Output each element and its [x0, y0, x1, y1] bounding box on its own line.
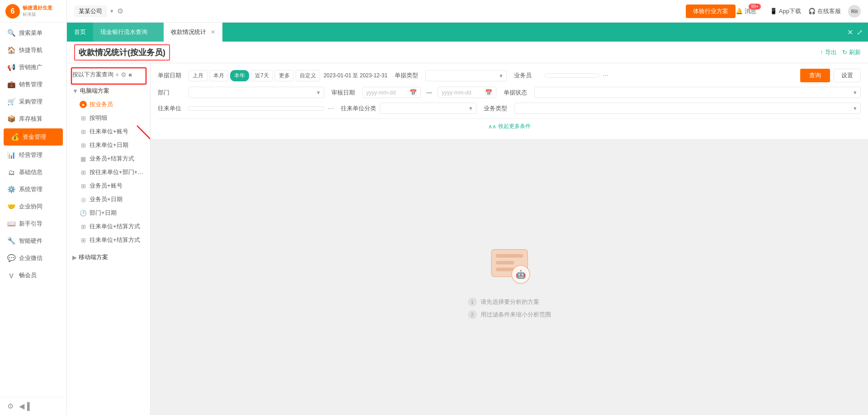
scheme-item-salesman-settlement[interactable]: ▦ 业务员+结算方式: [67, 152, 150, 165]
tab-home[interactable]: 首页: [67, 23, 93, 42]
collapse-label: 收起更多条件: [498, 123, 531, 130]
headset-icon: 🎧: [808, 8, 816, 14]
hardware-icon: 🔧: [7, 237, 15, 245]
home-icon: 🏠: [7, 46, 15, 54]
section-collapse-arrow: ▶: [72, 254, 77, 261]
filter-biz-type-select[interactable]: ▾: [514, 103, 861, 114]
date-btn-last-month[interactable]: 上月: [189, 70, 208, 81]
date-btn-this-month[interactable]: 本月: [209, 70, 228, 81]
sidebar-item-label: 快捷导航: [19, 46, 42, 54]
scheme-item-dept-date[interactable]: 🕐 部门+日期: [67, 206, 150, 220]
scheme-add-icon[interactable]: +: [115, 71, 119, 78]
scheme-item-partner-date[interactable]: ⊞ 往来单位+日期: [67, 138, 150, 152]
scheme-item-salesman-account[interactable]: ⊞ 业务员+账号: [67, 179, 150, 193]
date-btn-7days[interactable]: 近7天: [251, 70, 273, 81]
sidebar-item-inventory[interactable]: 📦 库存核算: [0, 110, 66, 127]
scheme-collapse-icon[interactable]: «: [128, 71, 132, 78]
filter-biz-type-item: 业务类型 ▾: [484, 103, 861, 114]
scheme-section-mobile-title[interactable]: ▶ 移动端方案: [67, 250, 150, 264]
date-btn-this-year[interactable]: 本年: [230, 70, 249, 81]
mobile-icon: 📱: [770, 8, 777, 14]
user-avatar[interactable]: Rit: [848, 5, 861, 18]
tab-collection-stats-close[interactable]: ✕: [211, 29, 215, 35]
tab-collection-stats-label: 收款情况统计: [171, 28, 206, 36]
topbar-user[interactable]: 某某公司: [74, 5, 107, 17]
filter-doc-type-select[interactable]: ▾: [425, 70, 507, 81]
tab-bar: 首页 现金银行流水查询 ✕ 收款情况统计 ✕ ✕ ⤢: [67, 23, 868, 42]
scheme-item-label: 按往来单位+部门+收...: [90, 168, 144, 176]
scheme-item-salesman-date[interactable]: ◎ 业务员+日期: [67, 193, 150, 206]
purchase-icon: 🛒: [7, 98, 15, 106]
filter-salesman-item: 业务员 ···: [514, 71, 609, 80]
query-button[interactable]: 查询: [800, 69, 830, 82]
filter-doc-status-label: 单据状态: [504, 89, 531, 97]
sidebar-item-label: 畅会员: [19, 271, 37, 279]
filter-doc-status-select[interactable]: ▾: [534, 87, 861, 98]
scheme-settings-icon[interactable]: ⚙: [121, 71, 127, 78]
tab-close-all-icon[interactable]: ✕: [847, 28, 853, 37]
sidebar-item-shortcut[interactable]: 🏠 快捷导航: [0, 42, 66, 59]
scheme-item-label: 往来单位+结算方式: [90, 236, 140, 244]
sidebar-item-wechat[interactable]: 💬 企业微信: [0, 250, 66, 267]
filter-partner-type-select[interactable]: ▾: [380, 103, 476, 114]
scheme-item-partner-settlement2[interactable]: ⊞ 往来单位+结算方式: [67, 233, 150, 247]
sidebar-item-label: 新手引导: [19, 220, 42, 228]
scheme-item-by-salesman[interactable]: ● 按业务员: [67, 98, 150, 111]
scheme-item-partner-settlement1[interactable]: ⊞ 往来单位+结算方式: [67, 220, 150, 233]
filter-partner-select[interactable]: [189, 106, 324, 111]
scheme-section-desktop-title[interactable]: ▼ 电脑端方案: [67, 84, 150, 98]
filter-salesman-select[interactable]: [545, 73, 599, 78]
sidebar-item-guide[interactable]: 📖 新手引导: [0, 215, 66, 232]
scheme-item-clock-icon: 🕐: [80, 209, 87, 217]
sidebar-item-sales[interactable]: 💼 销售管理: [0, 76, 66, 93]
filter-review-date-end[interactable]: yyyy-mm-dd 📅: [438, 87, 496, 98]
tab-bank-flow-close[interactable]: ✕: [152, 29, 156, 35]
sidebar-item-hardware[interactable]: 🔧 智能硬件: [0, 232, 66, 250]
sidebar-item-operations[interactable]: 📊 经营管理: [0, 146, 66, 164]
sidebar-item-search[interactable]: 🔍 搜索菜单: [0, 24, 66, 42]
scheme-item-partner-dept-collect[interactable]: ⊞ 按往来单位+部门+收...: [67, 165, 150, 179]
tab-maximize-icon[interactable]: ⤢: [857, 28, 863, 37]
filter-doc-type-item: 单据类型 ▾: [395, 70, 507, 81]
app-download-button[interactable]: 📱 App下载: [770, 7, 801, 15]
refresh-button[interactable]: ↻ 刷新: [842, 48, 861, 57]
sidebar-item-marketing[interactable]: 📢 营销推广: [0, 59, 66, 76]
sidebar-item-enterprise[interactable]: 🤝 企业协同: [0, 198, 66, 215]
filter-settings-button[interactable]: 设置: [834, 69, 861, 82]
export-button[interactable]: ↑ 导出: [821, 48, 837, 57]
filter-dept-item: 部门 ▾: [158, 87, 324, 98]
scheme-item-by-detail[interactable]: ⊞ 按明细: [67, 111, 150, 125]
filter-partner-more[interactable]: ···: [328, 104, 334, 113]
filter-salesman-more[interactable]: ···: [603, 71, 609, 80]
filter-data-panel: 单据日期 上月 本月 本年 近7天 更多 自定义 2023-01-01 至 20…: [151, 63, 868, 415]
settings-footer-icon[interactable]: ⚙: [7, 402, 14, 410]
sidebar-item-system[interactable]: ⚙️ 系统管理: [0, 181, 66, 198]
scheme-item-partner-account[interactable]: ⊞ 往来单位+账号: [67, 125, 150, 138]
tip-text-2: 用过滤条件来缩小分析范围: [481, 311, 551, 319]
filter-dept-select[interactable]: ▾: [189, 87, 324, 98]
collapse-sidebar-icon[interactable]: ◀▐: [19, 402, 29, 410]
date-btn-more[interactable]: 更多: [275, 70, 294, 81]
filter-salesman-label: 业务员: [514, 71, 541, 80]
filter-review-date-start[interactable]: yyyy-mm-dd 📅: [362, 87, 421, 98]
sidebar-item-label: 搜索菜单: [19, 29, 42, 37]
notification-button[interactable]: 🔔 消息 99+: [736, 7, 756, 15]
sidebar-item-basic[interactable]: 🗂 基础信息: [0, 164, 66, 181]
topbar-dropdown-arrow[interactable]: ▾: [110, 8, 113, 14]
bell-icon: 🔔: [736, 8, 743, 14]
wechat-icon: 💬: [7, 254, 15, 262]
sidebar-item-label: 营销推广: [19, 63, 42, 71]
tabs-right: ✕ ⤢: [847, 28, 868, 37]
tab-bank-flow[interactable]: 现金银行流水查询 ✕: [93, 23, 164, 42]
tab-collection-stats[interactable]: 收款情况统计 ✕: [164, 23, 222, 42]
online-service-button[interactable]: 🎧 在线客服: [808, 7, 841, 15]
sidebar-item-member[interactable]: V 畅会员: [0, 267, 66, 284]
topbar-cta-button[interactable]: 体验行业方案: [686, 5, 736, 18]
sidebar-item-label: 销售管理: [19, 80, 42, 89]
topbar-gear-icon[interactable]: ⚙: [117, 7, 123, 15]
collapse-bar[interactable]: ∧∧ 收起更多条件: [158, 118, 861, 134]
logo-area: 6 畅捷通好生意 标准版: [0, 0, 66, 23]
sidebar-item-purchase[interactable]: 🛒 采购管理: [0, 93, 66, 110]
date-btn-custom[interactable]: 自定义: [296, 70, 320, 81]
sidebar-item-finance[interactable]: 💰 资金管理: [4, 128, 63, 146]
